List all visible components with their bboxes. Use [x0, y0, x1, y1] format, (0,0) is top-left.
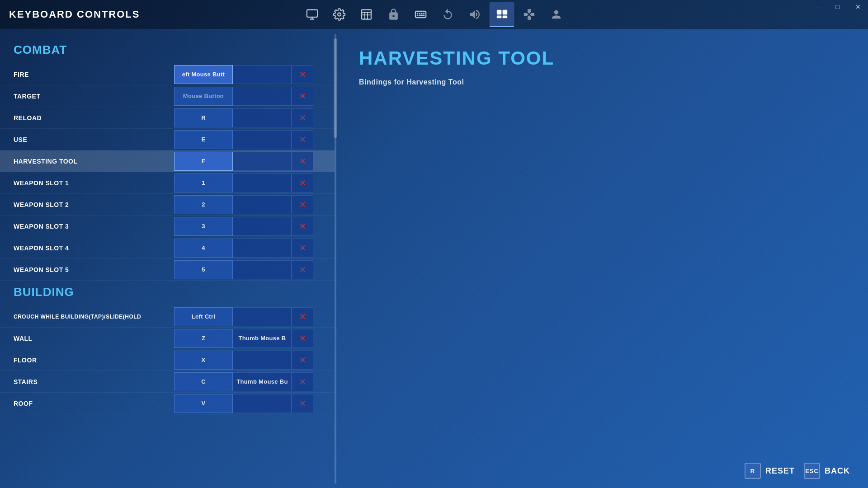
weapon-slot-3-key2[interactable] [233, 217, 292, 236]
reload-row: RELOAD R ✕ [0, 107, 335, 129]
weapon-slot-2-key-slots: 2 ✕ [174, 195, 313, 214]
floor-key2[interactable] [233, 351, 292, 370]
weapon-slot-2-row: WEAPON SLOT 2 2 ✕ [0, 194, 335, 216]
weapon-slot-5-delete-btn[interactable]: ✕ [292, 260, 313, 279]
reload-action-label: RELOAD [14, 114, 174, 122]
weapon-slot-5-key-slots: 5 ✕ [174, 260, 313, 279]
weapon-slot-5-row: WEAPON SLOT 5 5 ✕ [0, 259, 335, 281]
weapon-slot-4-delete-btn[interactable]: ✕ [292, 239, 313, 258]
weapon-slot-1-key2[interactable] [233, 174, 292, 192]
reset-button[interactable]: R RESET [745, 463, 795, 479]
back-button[interactable]: Esc BACK [804, 463, 850, 479]
fire-key1[interactable]: eft Mouse Butt [174, 65, 233, 84]
target-key1[interactable]: Mouse Button [174, 87, 233, 106]
wall-key1[interactable]: Z [174, 329, 233, 348]
right-panel: HARVESTING TOOL Bindings for Harvesting … [336, 29, 868, 488]
crouch-building-label: CROUCH WHILE BUILDING(TAP)/SLIDE(HOLD [14, 314, 174, 320]
audio-nav-icon[interactable] [462, 2, 487, 27]
weapon-slot-3-key1[interactable]: 3 [174, 217, 233, 236]
use-action-label: USE [14, 136, 174, 143]
target-key2[interactable] [233, 87, 292, 106]
settings-nav-icon[interactable] [327, 2, 352, 27]
roof-key2[interactable] [233, 394, 292, 413]
weapon-slot-2-key2[interactable] [233, 195, 292, 214]
weapon-slot-5-key1[interactable]: 5 [174, 260, 233, 279]
maximize-button[interactable]: □ [827, 0, 848, 14]
stairs-key1[interactable]: C [174, 372, 233, 391]
gamepad-nav-icon[interactable] [517, 2, 542, 27]
window-controls: ─ □ ✕ [807, 0, 868, 14]
wall-key2[interactable]: Thumb Mouse B [233, 329, 292, 348]
reload-key-slots: R ✕ [174, 108, 313, 127]
close-button[interactable]: ✕ [848, 0, 868, 14]
floor-key1[interactable]: X [174, 351, 233, 370]
display-nav-icon[interactable] [354, 2, 379, 27]
building-section-header: BUILDING [0, 281, 335, 306]
keyboard-nav-icon[interactable] [408, 2, 433, 27]
roof-row: ROOF V ✕ [0, 393, 335, 414]
detail-title: HARVESTING TOOL [359, 47, 845, 69]
fire-action-label: FIRE [14, 71, 174, 78]
crouch-building-key2[interactable] [233, 307, 292, 326]
reload-key1[interactable]: R [174, 108, 233, 127]
weapon-slot-4-row: WEAPON SLOT 4 4 ✕ [0, 237, 335, 259]
roof-delete-btn[interactable]: ✕ [292, 394, 313, 413]
weapon-slot-5-key2[interactable] [233, 260, 292, 279]
left-panel: COMBAT FIRE eft Mouse Butt ✕ TARGET Mous… [0, 29, 335, 488]
wall-action-label: WALL [14, 335, 174, 342]
reload-key2[interactable] [233, 108, 292, 127]
use-key1[interactable]: E [174, 130, 233, 149]
main-content: COMBAT FIRE eft Mouse Butt ✕ TARGET Mous… [0, 29, 868, 488]
weapon-slot-1-delete-btn[interactable]: ✕ [292, 174, 313, 192]
minimize-button[interactable]: ─ [807, 0, 827, 14]
floor-key-slots: X ✕ [174, 351, 313, 370]
reset-label: RESET [765, 466, 795, 476]
weapon-slot-4-key1[interactable]: 4 [174, 239, 233, 258]
weapon-slot-2-label: WEAPON SLOT 2 [14, 201, 174, 208]
weapon-slot-2-delete-btn[interactable]: ✕ [292, 195, 313, 214]
top-navigation [300, 2, 569, 27]
fire-row: FIRE eft Mouse Butt ✕ [0, 64, 335, 85]
svg-rect-2 [362, 10, 371, 19]
combat-section-header: COMBAT [0, 38, 335, 64]
wall-delete-btn[interactable]: ✕ [292, 329, 313, 348]
weapon-slot-4-label: WEAPON SLOT 4 [14, 244, 174, 252]
replay-nav-icon[interactable] [435, 2, 460, 27]
harvesting-tool-key2[interactable] [233, 152, 292, 171]
stairs-delete-btn[interactable]: ✕ [292, 372, 313, 391]
fire-key2[interactable] [233, 65, 292, 84]
harvesting-tool-key1[interactable]: F [174, 152, 233, 171]
weapon-slot-2-key1[interactable]: 2 [174, 195, 233, 214]
weapon-slot-1-key-slots: 1 ✕ [174, 174, 313, 192]
target-delete-btn[interactable]: ✕ [292, 87, 313, 106]
monitor-nav-icon[interactable] [300, 2, 325, 27]
weapon-slot-1-label: WEAPON SLOT 1 [14, 179, 174, 187]
roof-action-label: ROOF [14, 400, 174, 407]
use-delete-btn[interactable]: ✕ [292, 130, 313, 149]
weapon-slot-4-key2[interactable] [233, 239, 292, 258]
controller-hand-nav-icon[interactable] [381, 2, 406, 27]
use-key2[interactable] [233, 130, 292, 149]
floor-delete-btn[interactable]: ✕ [292, 351, 313, 370]
weapon-slot-1-key1[interactable]: 1 [174, 174, 233, 192]
bottom-buttons: R RESET Esc BACK [745, 463, 850, 479]
roof-key1[interactable]: V [174, 394, 233, 413]
weapon-slot-5-label: WEAPON SLOT 5 [14, 266, 174, 273]
use-row: USE E ✕ [0, 129, 335, 150]
wall-row: WALL Z Thumb Mouse B ✕ [0, 328, 335, 349]
weapon-slot-3-key-slots: 3 ✕ [174, 217, 313, 236]
fire-delete-btn[interactable]: ✕ [292, 65, 313, 84]
weapon-slot-3-row: WEAPON SLOT 3 3 ✕ [0, 216, 335, 237]
reload-delete-btn[interactable]: ✕ [292, 108, 313, 127]
weapon-slot-1-row: WEAPON SLOT 1 1 ✕ [0, 172, 335, 194]
weapon-slot-3-label: WEAPON SLOT 3 [14, 223, 174, 230]
keybinds-nav-icon[interactable] [490, 2, 514, 27]
weapon-slot-3-delete-btn[interactable]: ✕ [292, 217, 313, 236]
stairs-key2[interactable]: Thumb Mouse Bu [233, 372, 292, 391]
crouch-building-delete-btn[interactable]: ✕ [292, 307, 313, 326]
target-action-label: TARGET [14, 93, 174, 100]
page-title: KEYBOARD CONTROLS [9, 9, 140, 20]
crouch-building-key1[interactable]: Left Ctrl [174, 307, 233, 326]
profile-nav-icon[interactable] [544, 2, 569, 27]
harvesting-tool-delete-btn[interactable]: ✕ [292, 152, 313, 171]
